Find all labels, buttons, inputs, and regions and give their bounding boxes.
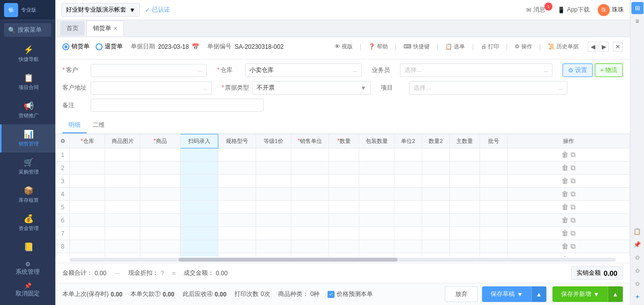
app-download-button[interactable]: 📱 App下载	[557, 6, 590, 14]
row-copy-btn-3[interactable]: ⧉	[571, 177, 576, 185]
row-batch-5[interactable]	[480, 201, 508, 214]
row-copy-btn-4[interactable]: ⧉	[571, 190, 576, 198]
row-price-5[interactable]	[256, 201, 291, 214]
shortcut-btn[interactable]: ⌨ 快捷键	[400, 41, 433, 52]
row-delete-btn-1[interactable]: 🗑	[561, 150, 569, 159]
form-close-btn[interactable]: ✕	[613, 42, 623, 52]
sidebar-item-1[interactable]: 📋项目合同	[0, 68, 55, 96]
row-batch-3[interactable]	[480, 175, 508, 188]
row-unit2-7[interactable]	[394, 227, 422, 240]
row-qty-9[interactable]	[329, 253, 359, 257]
price-check-box[interactable]: ✓	[328, 291, 335, 298]
row-scan-8[interactable]	[181, 240, 218, 253]
row-scan-6[interactable]	[181, 214, 218, 227]
row-spec-9[interactable]	[218, 253, 256, 257]
tab-home[interactable]: 首页	[60, 21, 85, 36]
row-qty2-5[interactable]	[422, 201, 450, 214]
row-delete-btn-6[interactable]: 🗑	[561, 216, 569, 224]
row-goods-4[interactable]	[140, 188, 181, 201]
right-panel-copy-icon[interactable]: 📋	[631, 225, 643, 238]
row-goods-7[interactable]	[140, 227, 181, 240]
staff-input[interactable]: 选择... ...	[400, 63, 552, 77]
sidebar-item-unpin[interactable]: 📌 取消固定	[4, 279, 51, 301]
customer-input[interactable]: ...	[91, 64, 207, 77]
row-qty-2[interactable]	[329, 162, 359, 175]
row-price-4[interactable]	[256, 188, 291, 201]
row-price-9[interactable]	[256, 253, 291, 257]
row-qty2-7[interactable]	[422, 227, 450, 240]
row-delete-btn-9[interactable]: 🗑	[561, 255, 569, 257]
row-spec-6[interactable]	[218, 214, 256, 227]
row-pkg-2[interactable]	[359, 162, 394, 175]
user-menu[interactable]: 珠 珠珠	[598, 4, 624, 16]
row-goods-2[interactable]	[140, 162, 181, 175]
row-image-3[interactable]	[105, 175, 140, 188]
row-warehouse-7[interactable]	[70, 227, 105, 240]
row-price-3[interactable]	[256, 175, 291, 188]
sidebar-item-0[interactable]: ⚡快捷导航	[0, 40, 55, 68]
logistics-btn[interactable]: + 物流	[595, 63, 623, 77]
right-panel-special-icon[interactable]: ✦	[631, 291, 643, 303]
row-unit-4[interactable]	[291, 188, 329, 201]
row-batch-2[interactable]	[480, 162, 508, 175]
row-price-6[interactable]	[256, 214, 291, 227]
row-spec-4[interactable]	[218, 188, 256, 201]
row-image-7[interactable]	[105, 227, 140, 240]
sidebar-item-3[interactable]: 📊销售管理	[0, 124, 55, 152]
row-copy-btn-9[interactable]: ⧉	[571, 255, 576, 257]
row-mainqty-8[interactable]	[450, 240, 480, 253]
row-mainqty-1[interactable]	[450, 148, 480, 162]
row-spec-1[interactable]	[218, 148, 256, 162]
row-image-9[interactable]	[105, 253, 140, 257]
row-warehouse-4[interactable]	[70, 188, 105, 201]
row-pkg-4[interactable]	[359, 188, 394, 201]
row-warehouse-8[interactable]	[70, 240, 105, 253]
row-unit2-2[interactable]	[394, 162, 422, 175]
tab-close-icon[interactable]: ✕	[113, 26, 117, 31]
row-delete-btn-7[interactable]: 🗑	[561, 229, 569, 238]
row-warehouse-2[interactable]	[70, 162, 105, 175]
row-pkg-5[interactable]	[359, 201, 394, 214]
row-unit-5[interactable]	[291, 201, 329, 214]
radio-return[interactable]: 退货单	[96, 42, 123, 51]
sidebar-item-system[interactable]: ⚙ 系统管理	[4, 258, 51, 279]
row-scan-1[interactable]	[181, 148, 218, 162]
row-scan-7[interactable]	[181, 227, 218, 240]
row-price-2[interactable]	[256, 162, 291, 175]
right-panel-table-icon[interactable]: ⊞	[631, 2, 643, 14]
row-batch-1[interactable]	[480, 148, 508, 162]
row-warehouse-6[interactable]	[70, 214, 105, 227]
row-goods-3[interactable]	[140, 175, 181, 188]
row-unit-3[interactable]	[291, 175, 329, 188]
row-copy-btn-7[interactable]: ⧉	[571, 229, 576, 238]
row-unit2-8[interactable]	[394, 240, 422, 253]
row-qty2-4[interactable]	[422, 188, 450, 201]
company-selector[interactable]: 好业财专业版演示帐套 ▼	[61, 3, 140, 17]
row-delete-btn-2[interactable]: 🗑	[561, 164, 569, 172]
operations-btn[interactable]: ⚙ 操作	[512, 41, 535, 52]
row-qty2-8[interactable]	[422, 240, 450, 253]
right-panel-pin-icon[interactable]: 📌	[631, 239, 643, 251]
row-image-5[interactable]	[105, 201, 140, 214]
row-unit-2[interactable]	[291, 162, 329, 175]
row-qty2-6[interactable]	[422, 214, 450, 227]
right-panel-star2-icon[interactable]: ✩	[631, 265, 643, 277]
row-price-7[interactable]	[256, 227, 291, 240]
row-unit-1[interactable]	[291, 148, 329, 162]
tab-sales-order[interactable]: 销货单 ✕	[87, 21, 124, 36]
row-scan-9[interactable]	[181, 253, 218, 257]
row-unit2-9[interactable]	[394, 253, 422, 257]
row-scan-4[interactable]	[181, 188, 218, 201]
row-spec-8[interactable]	[218, 240, 256, 253]
row-mainqty-9[interactable]	[450, 253, 480, 257]
row-batch-6[interactable]	[480, 214, 508, 227]
row-delete-btn-4[interactable]: 🗑	[561, 190, 569, 198]
row-qty-7[interactable]	[329, 227, 359, 240]
row-scan-3[interactable]	[181, 175, 218, 188]
row-unit2-5[interactable]	[394, 201, 422, 214]
row-price-1[interactable]	[256, 148, 291, 162]
row-mainqty-4[interactable]	[450, 188, 480, 201]
project-input[interactable]: 选择... ...	[409, 81, 568, 95]
sidebar-item-7[interactable]: 📒总账管理	[0, 237, 55, 254]
date-value[interactable]: 2023-03-18	[158, 43, 189, 50]
